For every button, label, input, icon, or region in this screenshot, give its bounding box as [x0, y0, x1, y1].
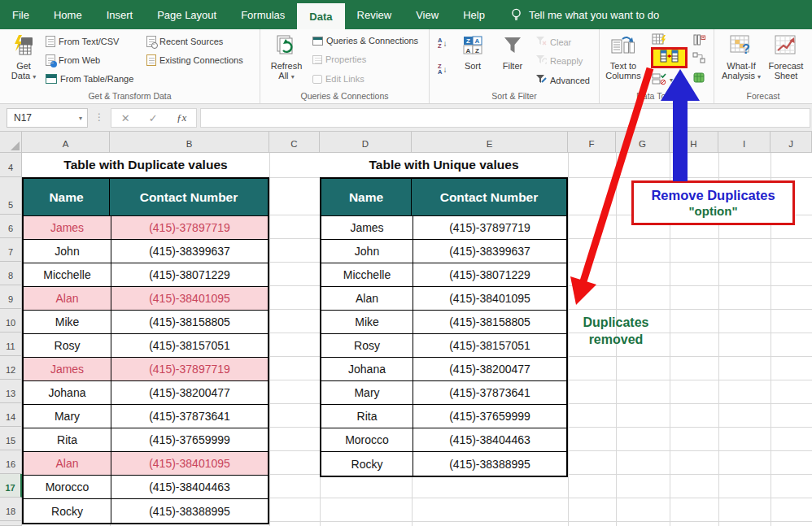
from-table-range-button[interactable]: From Table/Range — [46, 74, 133, 84]
row-header-15[interactable]: 15 — [0, 427, 22, 450]
name-cell[interactable]: Mary — [24, 405, 111, 428]
flash-fill-button[interactable] — [652, 33, 666, 47]
name-cell[interactable]: Morocco — [24, 476, 111, 499]
forecast-sheet-button[interactable]: Forecast Sheet — [765, 33, 807, 80]
column-header-F[interactable]: F — [568, 132, 616, 153]
column-header-D[interactable]: D — [320, 132, 412, 153]
row-header-13[interactable]: 13 — [0, 380, 22, 403]
contact-cell[interactable]: (415)-37897719 — [413, 216, 566, 240]
enter-icon[interactable]: ✓ — [149, 112, 158, 124]
name-box-arrow-icon[interactable]: ▾ — [79, 115, 82, 122]
column-header-C[interactable]: C — [269, 132, 320, 153]
row-header-14[interactable]: 14 — [0, 403, 22, 427]
name-cell[interactable]: Micchelle — [321, 263, 413, 287]
contact-cell[interactable]: (415)-37659999 — [111, 428, 268, 452]
row-header-18[interactable]: 18 — [0, 498, 22, 521]
name-header-cell[interactable]: Name — [24, 179, 110, 216]
name-cell[interactable]: Mary — [321, 381, 413, 405]
contact-cell[interactable]: (415)-37873641 — [413, 381, 566, 405]
existing-connections-button[interactable]: Existing Connections — [146, 54, 243, 66]
row-header-17[interactable]: 17 — [0, 474, 22, 498]
contact-cell[interactable]: (415)-38401095 — [111, 287, 268, 311]
data-validation-button[interactable]: ▾ — [652, 73, 673, 87]
properties-button[interactable]: Properties — [312, 54, 366, 64]
name-cell[interactable]: Mike — [24, 311, 111, 334]
remove-duplicates-button[interactable] — [651, 47, 688, 68]
contact-cell[interactable]: (415)-37873641 — [111, 405, 268, 428]
column-header-I[interactable]: I — [718, 132, 771, 153]
tab-page-layout[interactable]: Page Layout — [145, 0, 229, 29]
column-header-B[interactable]: B — [110, 132, 269, 153]
name-cell[interactable]: Mike — [321, 311, 413, 334]
contact-cell[interactable]: (415)-38388995 — [413, 452, 566, 476]
reapply-button[interactable]: Reapply — [535, 54, 583, 67]
clear-filter-button[interactable]: Clear — [535, 36, 571, 48]
name-cell[interactable]: Rosy — [24, 334, 111, 358]
row-header-4[interactable]: 4 — [0, 153, 22, 177]
row-header-10[interactable]: 10 — [0, 309, 22, 333]
name-cell[interactable]: John — [321, 240, 413, 263]
from-web-button[interactable]: From Web — [46, 54, 100, 66]
name-cell[interactable]: Morocco — [321, 428, 413, 452]
advanced-filter-button[interactable]: Advanced — [535, 74, 590, 86]
sort-descending-button[interactable]: ZA ↓ — [438, 63, 447, 75]
from-text-csv-button[interactable]: From Text/CSV — [46, 36, 119, 47]
name-cell[interactable]: Rosy — [321, 334, 413, 358]
name-cell[interactable]: Alan — [321, 287, 413, 311]
name-header-cell[interactable]: Name — [321, 179, 412, 216]
tab-help[interactable]: Help — [451, 0, 497, 29]
sort-ascending-button[interactable]: AZ ↓ — [438, 37, 447, 49]
tab-formulas[interactable]: Formulas — [229, 0, 297, 29]
row-header-11[interactable]: 11 — [0, 333, 22, 356]
select-all-corner[interactable] — [0, 132, 22, 153]
tab-file[interactable]: File — [0, 0, 41, 29]
contact-cell[interactable]: (415)-38158805 — [111, 311, 268, 334]
column-header-J[interactable]: J — [771, 132, 812, 153]
row-header-6[interactable]: 6 — [0, 215, 22, 238]
name-cell[interactable]: James — [24, 216, 111, 240]
row-header-7[interactable]: 7 — [0, 238, 22, 262]
contact-cell[interactable]: (415)-38404463 — [111, 476, 268, 499]
name-cell[interactable]: John — [24, 240, 111, 263]
cancel-icon[interactable]: ✕ — [121, 112, 130, 124]
contact-cell[interactable]: (415)-38200477 — [111, 381, 268, 405]
what-if-analysis-button[interactable]: ? What-If Analysis ▾ — [719, 33, 763, 82]
row-header-12[interactable]: 12 — [0, 356, 22, 380]
row-header-8[interactable]: 8 — [0, 262, 22, 285]
get-data-button[interactable]: Get Data ▾ — [5, 33, 42, 82]
contact-cell[interactable]: (415)-38404463 — [413, 428, 566, 452]
contact-cell[interactable]: (415)-38399637 — [111, 240, 268, 263]
tell-me-box[interactable]: Tell me what you want to do — [510, 0, 659, 29]
tab-data[interactable]: Data — [297, 3, 344, 29]
contact-header-cell[interactable]: Contact Number — [412, 179, 566, 216]
contact-cell[interactable]: (415)-38158805 — [413, 311, 566, 334]
sort-button[interactable]: Z A A Z Sort — [456, 33, 490, 71]
column-header-A[interactable]: A — [22, 132, 110, 153]
recent-sources-button[interactable]: Recent Sources — [146, 36, 223, 47]
contact-cell[interactable]: (415)-38157051 — [111, 334, 268, 358]
consolidate-button[interactable] — [692, 34, 705, 47]
column-header-E[interactable]: E — [412, 132, 568, 153]
contact-cell[interactable]: (415)-38071229 — [111, 263, 268, 287]
name-cell[interactable]: James — [24, 358, 111, 381]
contact-cell[interactable]: (415)-38200477 — [413, 358, 566, 381]
name-cell[interactable]: Alan — [24, 287, 111, 311]
row-header-9[interactable]: 9 — [0, 285, 22, 309]
name-cell[interactable]: Rocky — [24, 499, 111, 523]
manage-data-model-button[interactable] — [692, 72, 705, 85]
name-cell[interactable]: Rita — [321, 405, 413, 428]
filter-button[interactable]: Filter — [495, 33, 530, 71]
name-cell[interactable]: Alan — [24, 452, 111, 476]
formula-bar-handle[interactable]: ⋮ — [94, 111, 104, 123]
contact-cell[interactable]: (415)-38157051 — [413, 334, 566, 358]
name-cell[interactable]: Johana — [24, 381, 111, 405]
name-box[interactable]: N17 ▾ — [7, 108, 88, 128]
edit-links-button[interactable]: Edit Links — [312, 74, 365, 84]
contact-cell[interactable]: (415)-38401095 — [413, 287, 566, 311]
contact-header-cell[interactable]: Contact Number — [110, 179, 268, 216]
contact-cell[interactable]: (415)-37659999 — [413, 405, 566, 428]
text-to-columns-button[interactable]: Text to Columns — [603, 33, 644, 80]
contact-cell[interactable]: (415)-38401095 — [111, 452, 268, 476]
name-cell[interactable]: James — [321, 216, 413, 240]
name-cell[interactable]: Rocky — [321, 452, 413, 476]
